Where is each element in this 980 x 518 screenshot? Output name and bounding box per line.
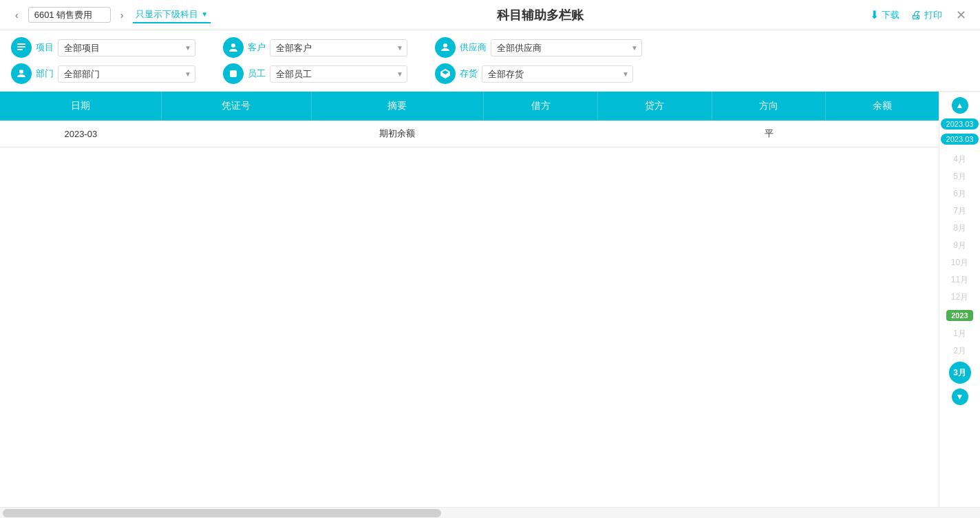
show-sub-button[interactable]: 只显示下级科目 ▼ xyxy=(133,7,211,23)
download-icon: ⬇ xyxy=(870,8,879,21)
cell-voucher xyxy=(162,121,311,147)
sidebar-month-1[interactable]: 1月 xyxy=(939,325,980,342)
account-input[interactable] xyxy=(28,7,111,23)
filter-customer: 客户 全部客户 ▼ xyxy=(223,37,407,58)
table-row: 2023-03 期初余额 平 xyxy=(0,121,939,147)
download-button[interactable]: ⬇ 下载 xyxy=(870,8,899,21)
svg-rect-2 xyxy=(17,49,23,50)
title-right: ⬇ 下载 🖨 打印 ✕ xyxy=(870,8,969,23)
filter-inventory: 存货 全部存货 ▼ xyxy=(435,63,633,84)
sidebar-month-7[interactable]: 7月 xyxy=(939,203,980,220)
department-select-wrapper: 全部部门 ▼ xyxy=(58,65,195,83)
sidebar-month-4[interactable]: 4月 xyxy=(939,151,980,168)
inventory-select[interactable]: 全部存货 xyxy=(482,65,633,83)
cell-debit xyxy=(484,121,598,147)
month-pill-2023-03-second[interactable]: 2023.03 xyxy=(941,134,979,145)
sidebar-month-10[interactable]: 10月 xyxy=(939,254,980,271)
customer-select[interactable]: 全部客户 xyxy=(270,39,407,56)
customer-select-wrapper: 全部客户 ▼ xyxy=(270,39,407,56)
filter-row-1: 项目 全部项目 ▼ 客户 全部客户 ▼ xyxy=(11,37,969,58)
cell-date: 2023-03 xyxy=(0,121,162,147)
col-credit: 贷方 xyxy=(597,92,712,121)
project-select[interactable]: 全部项目 xyxy=(58,39,195,56)
sidebar-month-12[interactable]: 12月 xyxy=(939,289,980,306)
filter-supplier: 供应商 全部供应商 ▼ xyxy=(435,37,642,58)
supplier-select-wrapper: 全部供应商 ▼ xyxy=(491,39,642,56)
sidebar-month-2[interactable]: 2月 xyxy=(939,342,980,360)
sidebar-down-arrow[interactable]: ▼ xyxy=(952,388,968,405)
sidebar-month-5[interactable]: 5月 xyxy=(939,168,980,185)
next-account-btn[interactable]: › xyxy=(116,8,128,22)
main-content: 日期 凭证号 摘要 借方 贷方 方向 余额 2023-03 期初余额 xyxy=(0,92,980,507)
inventory-icon xyxy=(435,63,456,84)
print-icon: 🖨 xyxy=(910,9,922,21)
sidebar-year-badge: 2023 xyxy=(939,306,980,325)
col-debit: 借方 xyxy=(484,92,598,121)
sidebar-month-11[interactable]: 11月 xyxy=(939,271,980,289)
table-header-row: 日期 凭证号 摘要 借方 贷方 方向 余额 xyxy=(0,92,939,121)
employee-icon xyxy=(223,63,244,84)
show-sub-label: 只显示下级科目 xyxy=(136,8,198,21)
sidebar-month-3-active[interactable]: 3月 xyxy=(939,360,980,386)
department-select[interactable]: 全部部门 xyxy=(58,65,195,83)
right-sidebar: ▲ 2023.03 2023.03 4月 5月 6月 7月 8月 9月 10月 … xyxy=(939,92,980,507)
inventory-select-wrapper: 全部存货 ▼ xyxy=(482,65,633,83)
project-select-wrapper: 全部项目 ▼ xyxy=(58,39,195,56)
bottom-scrollbar-area[interactable] xyxy=(0,507,980,518)
col-date: 日期 xyxy=(0,92,162,121)
col-summary: 摘要 xyxy=(311,92,484,121)
filter-row-2: 部门 全部部门 ▼ 员工 全部员工 ▼ xyxy=(11,63,969,84)
cell-direction: 平 xyxy=(712,121,826,147)
cell-balance xyxy=(826,121,939,147)
month-circle-3[interactable]: 3月 xyxy=(949,362,971,384)
customer-label: 客户 xyxy=(248,41,266,54)
cell-credit xyxy=(597,121,712,147)
employee-label: 员工 xyxy=(248,68,266,80)
col-direction: 方向 xyxy=(712,92,826,121)
year-2023-badge: 2023 xyxy=(946,310,972,321)
svg-rect-5 xyxy=(230,70,237,77)
customer-icon xyxy=(223,37,244,58)
filter-department: 部门 全部部门 ▼ xyxy=(11,63,195,84)
sidebar-month-6[interactable]: 6月 xyxy=(939,185,980,203)
sidebar-month-8[interactable]: 8月 xyxy=(939,220,980,237)
filter-employee: 员工 全部员工 ▼ xyxy=(223,63,407,84)
ledger-table: 日期 凭证号 摘要 借方 贷方 方向 余额 2023-03 期初余额 xyxy=(0,92,939,147)
supplier-label: 供应商 xyxy=(460,41,487,54)
col-balance: 余额 xyxy=(826,92,939,121)
filter-project: 项目 全部项目 ▼ xyxy=(11,37,195,58)
bottom-scrollbar-thumb[interactable] xyxy=(3,509,441,517)
prev-account-btn[interactable]: ‹ xyxy=(11,8,23,22)
project-icon xyxy=(11,37,32,58)
table-area[interactable]: 日期 凭证号 摘要 借方 贷方 方向 余额 2023-03 期初余额 xyxy=(0,92,939,507)
sidebar-month-9[interactable]: 9月 xyxy=(939,237,980,254)
supplier-select[interactable]: 全部供应商 xyxy=(491,39,642,56)
download-label: 下载 xyxy=(882,9,899,21)
cell-summary: 期初余额 xyxy=(311,121,484,147)
project-label: 项目 xyxy=(36,41,54,54)
svg-rect-1 xyxy=(17,46,25,48)
print-button[interactable]: 🖨 打印 xyxy=(910,9,942,21)
supplier-icon xyxy=(435,37,456,58)
sidebar-entry-2023-03-first[interactable]: 2023.03 xyxy=(939,116,980,132)
employee-select[interactable]: 全部员工 xyxy=(270,65,407,83)
main-window: ‹ › 只显示下级科目 ▼ 科目辅助多栏账 ⬇ 下载 🖨 打印 ✕ xyxy=(0,0,980,518)
title-left: ‹ › 只显示下级科目 ▼ xyxy=(11,7,211,23)
svg-point-4 xyxy=(19,70,23,74)
chevron-down-icon: ▼ xyxy=(201,10,208,18)
sidebar-entry-2023-03-second[interactable]: 2023.03 xyxy=(939,132,980,147)
filter-bar: 项目 全部项目 ▼ 客户 全部客户 ▼ xyxy=(0,30,980,92)
title-bar: ‹ › 只显示下级科目 ▼ 科目辅助多栏账 ⬇ 下载 🖨 打印 ✕ xyxy=(0,0,980,30)
employee-select-wrapper: 全部员工 ▼ xyxy=(270,65,407,83)
month-pill-2023-03-first[interactable]: 2023.03 xyxy=(941,118,979,130)
print-label: 打印 xyxy=(924,9,942,21)
inventory-label: 存货 xyxy=(460,68,478,80)
department-label: 部门 xyxy=(36,68,54,80)
svg-rect-0 xyxy=(17,43,25,45)
col-voucher: 凭证号 xyxy=(162,92,311,121)
page-title: 科目辅助多栏账 xyxy=(211,7,870,23)
svg-point-3 xyxy=(443,43,447,48)
sidebar-up-arrow[interactable]: ▲ xyxy=(952,97,968,114)
close-button[interactable]: ✕ xyxy=(953,8,969,23)
department-icon xyxy=(11,63,32,84)
